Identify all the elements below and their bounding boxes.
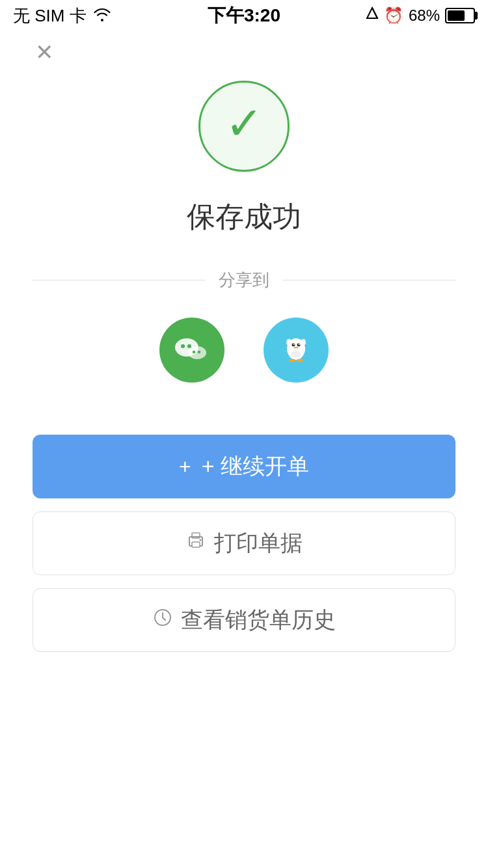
wechat-icon (172, 331, 211, 370)
svg-point-9 (297, 344, 301, 347)
svg-point-8 (292, 344, 295, 347)
svg-point-2 (181, 344, 185, 348)
location-icon (366, 7, 379, 25)
battery-percent: 68% (409, 7, 440, 25)
continue-order-label: + 继续开单 (202, 452, 309, 481)
close-button[interactable]: ✕ (29, 36, 60, 68)
continue-order-button[interactable]: + + 继续开单 (33, 435, 455, 498)
svg-point-11 (299, 344, 300, 345)
share-icons (159, 318, 329, 383)
divider-line-right (282, 280, 455, 280)
history-icon (152, 607, 173, 633)
svg-point-22 (200, 539, 202, 541)
qq-icon (277, 331, 316, 370)
carrier-text: 无 SIM 卡 (13, 5, 87, 27)
svg-rect-20 (192, 542, 200, 547)
wechat-share-button[interactable] (159, 318, 224, 383)
print-button[interactable]: 打印单据 (33, 511, 455, 575)
success-title: 保存成功 (187, 198, 301, 236)
svg-point-15 (289, 359, 295, 362)
history-button[interactable]: 查看销货单历史 (33, 588, 455, 652)
close-icon: ✕ (35, 41, 53, 63)
share-divider: 分享到 (33, 269, 455, 292)
alarm-icon: ⏰ (384, 7, 403, 25)
svg-point-18 (301, 339, 306, 346)
print-icon (185, 530, 206, 556)
share-label: 分享到 (219, 269, 269, 292)
divider-line-left (33, 280, 206, 280)
history-label: 查看销货单历史 (181, 605, 336, 635)
svg-point-4 (193, 351, 195, 353)
svg-point-3 (187, 344, 191, 348)
print-label: 打印单据 (214, 528, 303, 558)
battery-icon (445, 8, 475, 23)
wifi-icon (93, 6, 111, 26)
svg-point-14 (291, 350, 301, 358)
success-circle: ✓ (198, 81, 290, 172)
action-buttons: + + 继续开单 打印单据 查看销货单历史 (33, 435, 455, 652)
main-content: ✓ 保存成功 分享到 (0, 29, 488, 652)
svg-point-5 (198, 351, 200, 353)
status-time: 下午3:20 (208, 3, 280, 28)
status-right: ⏰ 68% (366, 7, 475, 25)
svg-point-10 (293, 344, 295, 345)
svg-point-17 (286, 339, 291, 346)
checkmark-icon: ✓ (225, 101, 264, 146)
qq-share-button[interactable] (264, 318, 329, 383)
status-bar: 无 SIM 卡 下午3:20 ⏰ 68% (0, 0, 488, 29)
status-left: 无 SIM 卡 (13, 5, 111, 27)
svg-point-1 (188, 346, 206, 359)
plus-icon: + (179, 455, 191, 479)
svg-point-16 (297, 359, 303, 362)
